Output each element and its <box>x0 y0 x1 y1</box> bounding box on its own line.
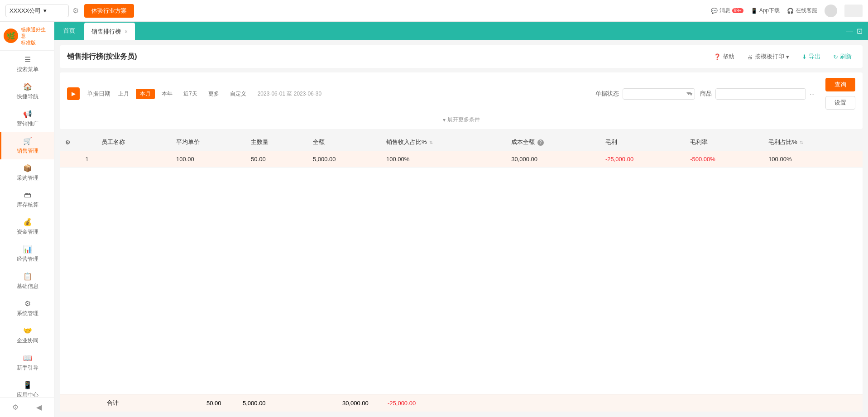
th-cost: 成本全额 ? <box>506 134 600 151</box>
sidebar-bottom: ⚙ ◀ <box>0 397 54 417</box>
sidebar-item-enterprise[interactable]: 🤝 企业协同 <box>0 322 54 349</box>
tab-bar-right: — ⊡ <box>846 27 868 35</box>
table-wrapper: ⚙ 员工名称 平均单价 主数量 <box>60 134 863 394</box>
help-label: 帮助 <box>723 53 734 61</box>
td-revenue-pct: 100.00% <box>381 151 506 168</box>
sidebar-settings-icon[interactable]: ⚙ <box>12 403 19 412</box>
sales-ranking-table: ⚙ 员工名称 平均单价 主数量 <box>60 134 863 168</box>
date-btn-last-month[interactable]: 上月 <box>114 89 133 99</box>
date-btn-custom[interactable]: 自定义 <box>226 89 250 99</box>
td-settings <box>60 151 78 168</box>
th-rank <box>78 134 96 151</box>
goods-input[interactable] <box>715 88 806 100</box>
expand-label: 展开更多条件 <box>447 116 480 124</box>
footer-cost: 30,000.00 <box>337 400 382 407</box>
tab-sales-ranking[interactable]: 销售排行榜 × <box>84 23 135 41</box>
trial-btn[interactable]: 体验行业方案 <box>84 4 134 18</box>
page-title: 销售排行榜(按业务员) <box>67 52 137 62</box>
cost-info-icon[interactable]: ? <box>537 139 544 146</box>
header-right: 💬 消息 99+ 📱 App下载 🎧 在线客服 <box>711 5 863 17</box>
sidebar-item-label: 资金管理 <box>17 228 38 236</box>
goods-more-icon[interactable]: ··· <box>810 91 815 97</box>
message-btn[interactable]: 💬 消息 99+ <box>711 7 743 14</box>
sidebar-item-basic-info[interactable]: 📋 基础信息 <box>0 268 54 295</box>
tab-home[interactable]: 首页 <box>54 22 84 40</box>
avatar[interactable] <box>825 5 837 17</box>
sidebar-item-marketing[interactable]: 📢 营销推广 <box>0 105 54 132</box>
sidebar-item-sales[interactable]: 🛒 销售管理 <box>0 132 54 159</box>
collapse-sidebar-icon[interactable]: ◀ <box>36 403 42 412</box>
date-btn-this-year[interactable]: 本年 <box>158 89 177 99</box>
footer-label: 合计 <box>101 399 156 407</box>
content-area: 首页 销售排行榜 × — ⊡ 销售排行榜(按业务员) ❓ 帮助 <box>54 22 868 417</box>
template-print-btn[interactable]: 🖨 按模板打印 ▾ <box>743 51 793 62</box>
tab-maximize-icon[interactable]: ⊡ <box>857 27 863 35</box>
td-profit-pct: 100.00% <box>763 151 863 168</box>
company-selector[interactable]: XXXXX公司 ▾ <box>5 5 69 17</box>
th-profit-pct-label: 毛利占比% <box>768 139 797 145</box>
th-employee: 员工名称 <box>96 134 171 151</box>
sidebar-item-app-center[interactable]: 📱 应用中心 <box>0 376 54 397</box>
export-btn[interactable]: ⬇ 导出 <box>798 51 824 62</box>
sidebar-item-finance[interactable]: 💰 资金管理 <box>0 213 54 240</box>
sidebar-item-label: 营销推广 <box>17 120 38 128</box>
date-btn-7days[interactable]: 近7天 <box>179 89 201 99</box>
sidebar-item-quick-nav[interactable]: 🏠 快捷导航 <box>0 78 54 105</box>
table-row: 1 100.00 50.00 5,000.00 100.00% 30,000.0… <box>60 151 863 168</box>
sidebar-item-search-order[interactable]: ☰ 搜索菜单 <box>0 51 54 78</box>
date-btn-this-month[interactable]: 本月 <box>136 89 155 99</box>
home-icon: 🏠 <box>23 82 32 91</box>
th-profit-rate: 毛利率 <box>685 134 763 151</box>
column-settings-icon[interactable]: ⚙ <box>65 139 71 146</box>
th-amount-label: 全额 <box>313 139 325 145</box>
th-profit: 毛利 <box>600 134 685 151</box>
main-layout: 🌿 畅康通好生意 标准版 ☰ 搜索菜单 🏠 快捷导航 📢 营销推广 🛒 <box>0 22 868 417</box>
profit-pct-sort-icon[interactable]: ⇅ <box>800 140 803 145</box>
sidebar-item-purchase[interactable]: 📦 采购管理 <box>0 159 54 187</box>
user-name-placeholder <box>844 5 863 17</box>
message-badge: 99+ <box>732 8 743 13</box>
tab-minimize-icon[interactable]: — <box>846 27 853 35</box>
sidebar-item-label: 库存核算 <box>17 201 38 209</box>
sidebar-item-system[interactable]: ⚙ 系统管理 <box>0 295 54 322</box>
date-btn-more[interactable]: 更多 <box>204 89 223 99</box>
sidebar-item-operations[interactable]: 📊 经营管理 <box>0 240 54 268</box>
refresh-btn[interactable]: ↻ 刷新 <box>830 51 855 62</box>
sidebar-item-label: 快捷导航 <box>17 93 38 101</box>
status-select[interactable] <box>623 88 695 100</box>
sidebar-item-label: 系统管理 <box>17 310 38 317</box>
help-btn[interactable]: ❓ 帮助 <box>710 51 738 62</box>
top-header: XXXXX公司 ▾ ⚙ 体验行业方案 💬 消息 99+ 📱 App下载 🎧 在线… <box>0 0 868 22</box>
expand-btn[interactable]: ▾ 展开更多条件 <box>443 116 480 124</box>
app-download-btn[interactable]: 📱 App下载 <box>751 7 780 14</box>
system-icon: ⚙ <box>24 299 31 308</box>
query-btn[interactable]: 查询 <box>825 78 855 91</box>
td-avg-price: 100.00 <box>171 151 245 168</box>
filter-row: ▶ 单据日期 上月 本月 本年 近7天 更多 自定义 2023-06 <box>67 78 855 110</box>
app-download-label: App下载 <box>759 7 780 14</box>
tab-label: 销售排行榜 <box>91 28 121 36</box>
tab-close-icon[interactable]: × <box>125 29 128 35</box>
date-filter-label: 单据日期 <box>87 90 110 98</box>
app-center-icon: 📱 <box>23 381 32 389</box>
online-service-btn[interactable]: 🎧 在线客服 <box>787 7 817 14</box>
filter-toggle-btn[interactable]: ▶ <box>67 87 80 100</box>
gear-icon[interactable]: ⚙ <box>72 6 79 15</box>
revenue-sort-icon[interactable]: ⇅ <box>429 140 433 145</box>
th-cost-label: 成本全额 <box>511 139 535 145</box>
td-qty: 50.00 <box>245 151 307 168</box>
help-icon: ❓ <box>714 53 721 60</box>
status-filter: 单据状态 ▾ <box>595 88 693 100</box>
sidebar-item-label: 销售管理 <box>17 147 38 155</box>
setting-btn[interactable]: 设置 <box>825 96 855 110</box>
logo-icon: 🌿 <box>4 29 18 43</box>
footer-amount: 5,000.00 <box>237 400 283 407</box>
th-profit-label: 毛利 <box>605 139 617 145</box>
th-revenue-pct: 销售收入占比% ⇅ <box>381 134 506 151</box>
sidebar-item-inventory[interactable]: 🗃 库存核算 <box>0 187 54 213</box>
print-icon: 🖨 <box>747 53 753 60</box>
expand-row: ▾ 展开更多条件 <box>67 112 855 124</box>
message-icon: 💬 <box>711 8 718 14</box>
sidebar-item-guide[interactable]: 📖 新手引导 <box>0 349 54 376</box>
page-content: 销售排行榜(按业务员) ❓ 帮助 🖨 按模板打印 ▾ ⬇ 导出 <box>54 40 868 417</box>
